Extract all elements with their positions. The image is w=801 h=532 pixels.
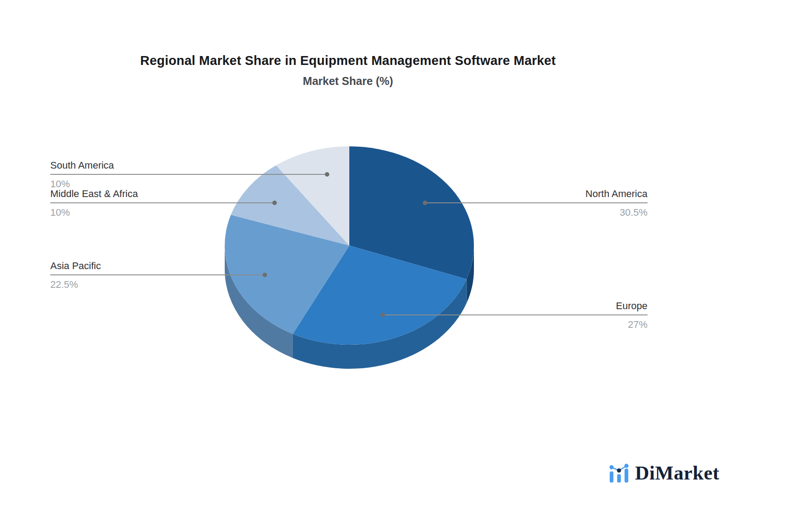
leader-line: [383, 314, 647, 315]
slice-label: South America: [50, 160, 327, 171]
slice-value: 27%: [383, 319, 647, 330]
callout-asia-pacific: Asia Pacific 22.5%: [50, 260, 265, 290]
slice-label: North America: [425, 188, 647, 200]
dimarket-logo: DiMarket: [608, 462, 720, 484]
logo-text: DiMarket: [635, 462, 720, 484]
leader-dot: [272, 201, 277, 205]
leader-line: [50, 202, 275, 203]
callout-middle-east-africa: Middle East & Africa 10%: [50, 188, 275, 218]
slice-value: 10%: [50, 207, 275, 218]
leader-dot: [423, 201, 427, 205]
slice-value: 30.5%: [425, 207, 647, 218]
leader-dot: [380, 313, 385, 317]
callout-south-america: South America 10%: [50, 160, 327, 190]
slice-label: Asia Pacific: [50, 260, 265, 272]
slice-value: 22.5%: [50, 279, 265, 290]
callout-north-america: North America 30.5%: [425, 188, 647, 218]
slice-label: Europe: [383, 300, 647, 312]
slice-label: Middle East & Africa: [50, 188, 275, 200]
leader-dot: [325, 172, 329, 177]
leader-dot: [263, 273, 267, 277]
bar-chart-logo-icon: [608, 463, 630, 484]
leader-line: [50, 174, 327, 175]
leader-line: [50, 274, 265, 275]
leader-line: [425, 202, 647, 203]
callout-europe: Europe 27%: [383, 300, 647, 330]
